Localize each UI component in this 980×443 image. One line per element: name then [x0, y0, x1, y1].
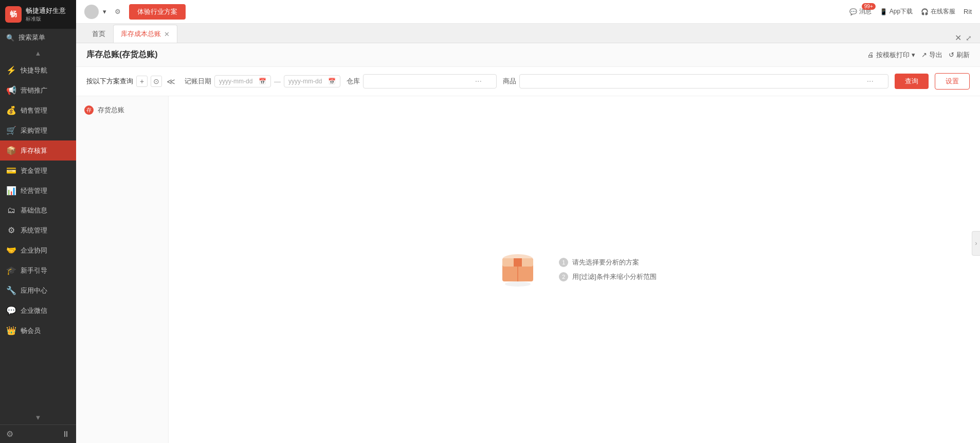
sidebar-item-operation[interactable]: 📊 经营管理 [0, 181, 76, 201]
scheme-sidebar: 存 存货总账 [76, 96, 169, 443]
print-dropdown-icon: ▾ [912, 51, 915, 59]
search-icon: 🔍 [6, 34, 14, 42]
sidebar-item-app-center[interactable]: 🔧 应用中心 [0, 280, 76, 300]
topbar: ▾ ⚙ 体验行业方案 💬 消息 99+ 📱 App下载 🎧 在线客服 Rit [76, 0, 980, 24]
sidebar-item-marketing[interactable]: 📢 营销推广 [0, 80, 76, 100]
sidebar-scroll-down[interactable]: ▼ [0, 411, 76, 424]
headset-icon: 🎧 [921, 8, 929, 15]
sidebar-item-finance[interactable]: 💳 资金管理 [0, 161, 76, 181]
search-button[interactable]: 查询 [895, 74, 929, 89]
content-body: 存 存货总账 [76, 96, 980, 443]
refresh-btn[interactable]: ↺ 刷新 [949, 50, 970, 60]
scheme-item-inventory-ledger[interactable]: 存 存货总账 [76, 100, 168, 120]
user-name: Rit [964, 8, 972, 15]
warehouse-filter-field: 仓库 ··· [347, 74, 497, 88]
message-icon: 💬 [849, 8, 857, 15]
empty-tip-2: 2 用[过滤]条件来缩小分析范围 [559, 272, 656, 281]
export-icon: ↗ [921, 51, 927, 59]
phone-icon: 📱 [880, 8, 887, 15]
svg-point-5 [505, 281, 531, 287]
logo-icon: 畅 [5, 6, 22, 23]
warehouse-input[interactable]: ··· [363, 74, 497, 88]
member-icon: 👑 [6, 326, 16, 335]
sidebar-item-system[interactable]: ⚙ 系统管理 [0, 220, 76, 240]
right-panel-expand-btn[interactable]: › [972, 231, 980, 256]
finance-icon: 💳 [6, 166, 16, 175]
page-actions: 🖨 按模板打印 ▾ ↗ 导出 ↺ 刷新 [867, 50, 970, 60]
add-scheme-btn[interactable]: + [136, 76, 148, 87]
page-area: 库存总账(存货总账) 🖨 按模板打印 ▾ ↗ 导出 ↺ 刷新 [76, 43, 980, 443]
goods-input[interactable]: ··· [519, 74, 888, 88]
message-action[interactable]: 💬 消息 99+ [849, 7, 872, 16]
newcomer-icon: 🎓 [6, 265, 16, 275]
quick-nav-icon: ⚡ [6, 65, 16, 75]
panel-expand-icon[interactable]: ⤢ [966, 34, 972, 42]
main-content: ▾ ⚙ 体验行业方案 💬 消息 99+ 📱 App下载 🎧 在线客服 Rit [76, 0, 980, 443]
empty-state: 1 请先选择要分析的方案 2 用[过滤]条件来缩小分析范围 [169, 96, 980, 443]
empty-illustration [492, 244, 543, 295]
operation-icon: 📊 [6, 186, 16, 196]
page-header: 库存总账(存货总账) 🖨 按模板打印 ▾ ↗ 导出 ↺ 刷新 [76, 43, 980, 67]
filter-scheme: 按以下方案查询 + ⊙ ≪ [86, 76, 176, 87]
topbar-settings-btn[interactable]: ⚙ [111, 5, 125, 19]
topbar-dropdown[interactable]: ▾ [103, 8, 106, 15]
panel-close-icon[interactable]: ✕ [955, 33, 961, 43]
sidebar-item-newcomer[interactable]: 🎓 新手引导 [0, 260, 76, 280]
marketing-icon: 📢 [6, 85, 16, 95]
print-template-btn[interactable]: 🖨 按模板打印 ▾ [867, 50, 915, 60]
app-center-icon: 🔧 [6, 286, 16, 295]
refresh-icon: ↺ [949, 51, 954, 59]
print-icon: 🖨 [867, 51, 874, 59]
chevron-right-icon: › [975, 239, 977, 247]
purchase-icon: 🛒 [6, 126, 16, 135]
sidebar-item-member[interactable]: 👑 畅会员 [0, 321, 76, 341]
sales-icon: 💰 [6, 105, 16, 115]
filter-area: 按以下方案查询 + ⊙ ≪ 记账日期 yyyy-mm-dd 📅 — yyyy-m… [76, 67, 980, 96]
message-badge: 99+ [862, 3, 876, 10]
tabbar: 首页 库存成本总账 ✕ ✕ ⤢ [76, 24, 980, 43]
sidebar-item-inventory[interactable]: 📦 库存核算 [0, 140, 76, 161]
collapse-filter-btn[interactable]: ≪ [165, 76, 176, 87]
sidebar-scroll-up[interactable]: ▲ [0, 46, 76, 60]
tab-home[interactable]: 首页 [84, 25, 113, 43]
sidebar-logo: 畅 畅捷通好生意 标准版 [0, 0, 76, 29]
online-support-action[interactable]: 🎧 在线客服 [921, 7, 955, 16]
sidebar-search[interactable]: 🔍 搜索菜单 [0, 29, 76, 46]
sidebar: 畅 畅捷通好生意 标准版 🔍 搜索菜单 ▲ ⚡ 快捷导航 📢 营销推广 💰 销售… [0, 0, 76, 443]
date-filter-field: 记账日期 yyyy-mm-dd 📅 — yyyy-mm-dd 📅 [185, 75, 340, 87]
sidebar-item-wechat[interactable]: 💬 企业微信 [0, 300, 76, 321]
settings-icon[interactable]: ⚙ [6, 429, 13, 439]
goods-more-icon[interactable]: ··· [867, 77, 874, 86]
empty-tips: 1 请先选择要分析的方案 2 用[过滤]条件来缩小分析范围 [559, 258, 656, 281]
date-separator: — [274, 78, 281, 85]
manage-scheme-btn[interactable]: ⊙ [151, 76, 162, 87]
logo-text: 畅捷通好生意 标准版 [26, 7, 66, 22]
tab-close-icon[interactable]: ✕ [164, 30, 170, 38]
app-download-action[interactable]: 📱 App下载 [880, 7, 913, 16]
page-title: 库存总账(存货总账) [86, 49, 158, 60]
topbar-left: ▾ ⚙ 体验行业方案 [84, 4, 843, 20]
scheme-icon: 存 [84, 105, 94, 115]
filter-row: 记账日期 yyyy-mm-dd 📅 — yyyy-mm-dd 📅 仓库 [185, 73, 970, 90]
date-start-input[interactable]: yyyy-mm-dd 📅 [214, 75, 271, 87]
industry-btn[interactable]: 体验行业方案 [129, 4, 186, 20]
collapse-icon[interactable]: ⏸ [62, 430, 70, 439]
goods-filter-field: 商品 ··· [503, 74, 888, 88]
dropdown-arrow-icon: ▾ [103, 8, 106, 15]
setting-button[interactable]: 设置 [935, 73, 970, 90]
tab-area-close: ✕ ⤢ [955, 33, 972, 43]
sidebar-nav: ⚡ 快捷导航 📢 营销推广 💰 销售管理 🛒 采购管理 📦 库存核算 💳 资金管… [0, 60, 76, 411]
date-end-input[interactable]: yyyy-mm-dd 📅 [284, 75, 340, 87]
gear-icon: ⚙ [115, 8, 121, 15]
topbar-right: 💬 消息 99+ 📱 App下载 🎧 在线客服 Rit [849, 7, 972, 16]
sidebar-item-quick-nav[interactable]: ⚡ 快捷导航 [0, 60, 76, 80]
warehouse-more-icon[interactable]: ··· [475, 77, 482, 86]
calendar-icon: 📅 [259, 78, 266, 85]
sidebar-item-basic[interactable]: 🗂 基础信息 [0, 201, 76, 220]
export-btn[interactable]: ↗ 导出 [921, 50, 942, 60]
tab-inventory-cost[interactable]: 库存成本总账 ✕ [113, 25, 177, 43]
sidebar-item-purchase[interactable]: 🛒 采购管理 [0, 120, 76, 140]
sidebar-item-sales[interactable]: 💰 销售管理 [0, 100, 76, 120]
sidebar-item-enterprise[interactable]: 🤝 企业协同 [0, 240, 76, 260]
user-avatar [84, 5, 99, 19]
